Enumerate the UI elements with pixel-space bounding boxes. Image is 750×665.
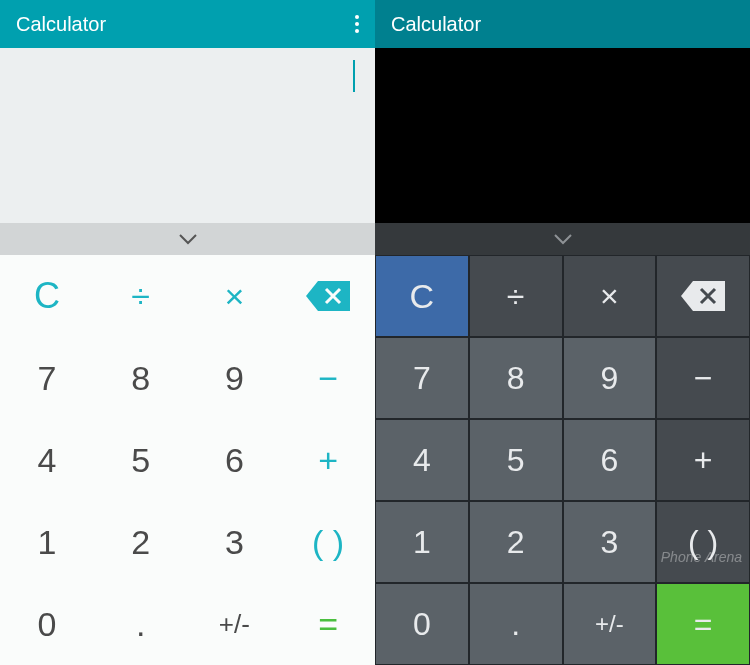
backspace-icon xyxy=(681,281,725,311)
digit-9-button[interactable]: 9 xyxy=(564,338,656,418)
expand-handle[interactable] xyxy=(0,223,375,255)
digit-6-button[interactable]: 6 xyxy=(564,420,656,500)
digit-3-button[interactable]: 3 xyxy=(564,502,656,582)
clear-button[interactable]: C xyxy=(0,255,94,337)
digit-4-button[interactable]: 4 xyxy=(376,420,468,500)
digit-7-button[interactable]: 7 xyxy=(376,338,468,418)
calculator-light: Calculator C ÷ × 7 8 9 − 4 5 6 + 1 2 3 ( xyxy=(0,0,375,665)
chevron-down-icon xyxy=(176,231,200,247)
plus-minus-button[interactable]: +/- xyxy=(188,583,282,665)
digit-2-button[interactable]: 2 xyxy=(94,501,188,583)
plus-minus-button[interactable]: +/- xyxy=(564,584,656,664)
minus-button[interactable]: − xyxy=(657,338,749,418)
text-cursor xyxy=(353,60,355,92)
expand-handle[interactable] xyxy=(375,223,750,255)
minus-button[interactable]: − xyxy=(281,337,375,419)
digit-2-button[interactable]: 2 xyxy=(470,502,562,582)
digit-8-button[interactable]: 8 xyxy=(470,338,562,418)
more-options-icon[interactable] xyxy=(355,15,359,33)
backspace-button[interactable] xyxy=(657,256,749,336)
keypad: C ÷ × 7 8 9 − 4 5 6 + 1 2 3 ( ) 0 . +/- … xyxy=(375,255,750,665)
app-header: Calculator xyxy=(375,0,750,48)
digit-0-button[interactable]: 0 xyxy=(376,584,468,664)
equals-button[interactable]: = xyxy=(281,583,375,665)
app-title: Calculator xyxy=(391,13,481,36)
decimal-button[interactable]: . xyxy=(94,583,188,665)
digit-1-button[interactable]: 1 xyxy=(0,501,94,583)
digit-1-button[interactable]: 1 xyxy=(376,502,468,582)
chevron-down-icon xyxy=(551,231,575,247)
paren-button[interactable]: ( ) xyxy=(657,502,749,582)
keypad: C ÷ × 7 8 9 − 4 5 6 + 1 2 3 ( ) 0 . +/- … xyxy=(0,255,375,665)
digit-4-button[interactable]: 4 xyxy=(0,419,94,501)
digit-8-button[interactable]: 8 xyxy=(94,337,188,419)
digit-9-button[interactable]: 9 xyxy=(188,337,282,419)
digit-3-button[interactable]: 3 xyxy=(188,501,282,583)
calc-display[interactable] xyxy=(375,48,750,223)
app-title: Calculator xyxy=(16,13,106,36)
digit-6-button[interactable]: 6 xyxy=(188,419,282,501)
decimal-button[interactable]: . xyxy=(470,584,562,664)
multiply-button[interactable]: × xyxy=(188,255,282,337)
digit-5-button[interactable]: 5 xyxy=(94,419,188,501)
calc-display[interactable] xyxy=(0,48,375,223)
digit-5-button[interactable]: 5 xyxy=(470,420,562,500)
digit-0-button[interactable]: 0 xyxy=(0,583,94,665)
multiply-button[interactable]: × xyxy=(564,256,656,336)
paren-button[interactable]: ( ) xyxy=(281,501,375,583)
digit-7-button[interactable]: 7 xyxy=(0,337,94,419)
divide-button[interactable]: ÷ xyxy=(470,256,562,336)
divide-button[interactable]: ÷ xyxy=(94,255,188,337)
calculator-dark: Calculator C ÷ × 7 8 9 − 4 5 6 + 1 2 3 (… xyxy=(375,0,750,665)
plus-button[interactable]: + xyxy=(657,420,749,500)
app-header: Calculator xyxy=(0,0,375,48)
plus-button[interactable]: + xyxy=(281,419,375,501)
backspace-button[interactable] xyxy=(281,255,375,337)
clear-button[interactable]: C xyxy=(376,256,468,336)
equals-button[interactable]: = xyxy=(657,584,749,664)
backspace-icon xyxy=(306,281,350,311)
